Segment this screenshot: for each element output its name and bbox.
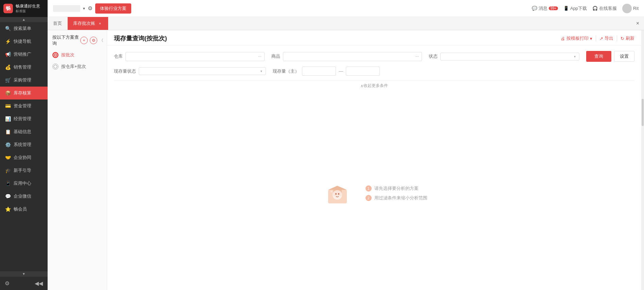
svg-point-9 [331,191,333,193]
breadcrumb [53,5,80,12]
sidebar-item-apps[interactable]: 📱 应用中心 [0,177,48,190]
empty-tips: 1 请先选择要分析的方案 2 用过滤条件来缩小分析范围 [366,185,427,201]
empty-illustration [321,176,355,210]
refresh-button[interactable]: ↻ 刷新 [617,35,634,41]
inventory-qty-max-input[interactable] [346,67,380,76]
svg-point-8 [338,193,339,195]
sidebar-item-operations[interactable]: 📊 经营管理 [0,112,48,125]
filter-header-label: 按以下方案查询 [52,34,80,47]
collapse-sidebar-icon[interactable]: ◀◀ [35,280,43,287]
status-select[interactable]: ▾ [440,53,579,60]
export-icon: ↗ [599,36,603,41]
svg-point-1 [55,54,56,56]
tab-home[interactable]: 首页 [48,17,68,30]
message-badge: 99+ [549,6,558,10]
warehouse-action-icon[interactable]: ··· [255,54,264,59]
sidebar-item-purchase[interactable]: 🛒 采购管理 [0,74,48,87]
sidebar-item-guide[interactable]: 🎓 新手引导 [0,164,48,177]
experience-button[interactable]: 体验行业方案 [95,3,131,14]
warehouse-batch-icon [52,64,58,70]
print-dropdown-icon[interactable]: ▾ [590,36,592,41]
topbar-right: 💬 消息 99+ 📱 App下载 🎧 在线客服 Rit [532,4,639,13]
export-button[interactable]: ↗ 导出 [596,35,613,41]
sidebar-item-label: 销售管理 [14,64,31,70]
svg-marker-4 [328,186,347,190]
svg-point-2 [54,65,57,68]
collapse-bar[interactable]: ∧ 收起更多条件 [114,80,634,91]
sidebar-item-search[interactable]: 🔍 搜索菜单 [0,22,48,35]
inventory-status-label: 现存量状态 [114,68,136,74]
filter-gear-button[interactable]: ⚙ [90,37,97,44]
sales-icon: 💰 [5,64,11,70]
avatar [622,4,632,13]
sidebar-item-shortcut[interactable]: ⚡ 快捷导航 [0,35,48,48]
filter-item-warehouse-batch[interactable]: 按仓库+批次 [48,61,107,72]
sidebar-scroll-up[interactable]: ▲ [0,17,48,22]
sidebar-item-label: 搜索菜单 [14,25,31,32]
sidebar-item-member[interactable]: ⭐ 畅会员 [0,203,48,216]
filter-item-batch-label: 按批次 [61,52,74,58]
app-info: 畅康通好生意 标准版 [16,3,40,14]
left-panel: 按以下方案查询 + ⚙ 《 按批次 [48,30,107,290]
shortcut-icon: ⚡ [5,38,11,44]
panel-close-button[interactable]: × [631,20,644,26]
svg-point-7 [335,193,337,195]
sidebar-scroll-down[interactable]: ▼ [0,271,48,276]
product-action-icon[interactable]: ··· [413,54,422,59]
topbar: ▾ ⚙ 体验行业方案 💬 消息 99+ 📱 App下载 🎧 在线客服 Rit [48,0,644,17]
app-logo: 畅 [3,4,13,13]
service-icon: 🎧 [592,6,598,11]
sidebar-item-label: 企业协同 [14,155,31,161]
inventory-status-select[interactable]: ▾ [139,67,266,75]
messages-button[interactable]: 💬 消息 99+ [532,5,558,12]
filter-collapse-button[interactable]: 《 [99,38,103,43]
topbar-settings-icon[interactable]: ⚙ [88,5,92,12]
sidebar-item-base[interactable]: 📋 基础信息 [0,125,48,138]
tab-inventory-batch[interactable]: 库存批次账 × [68,17,108,30]
query-button[interactable]: 查询 [586,51,611,62]
member-icon: ⭐ [5,206,11,212]
message-icon: 💬 [532,6,537,11]
inventory-qty-min-input[interactable] [302,67,336,76]
refresh-icon: ↻ [621,36,624,41]
product-label: 商品 [271,53,280,59]
product-input[interactable] [283,52,413,61]
sidebar-item-finance[interactable]: 💳 资金管理 [0,99,48,112]
sidebar-item-label: 企业微信 [14,193,31,199]
user-menu[interactable]: Rit [622,4,639,13]
sidebar-item-system[interactable]: ⚙️ 系统管理 [0,138,48,151]
inventory-status-field: 现存量状态 ▾ [114,67,266,75]
sidebar-item-label: 资金管理 [14,103,31,109]
empty-tip-1: 1 请先选择要分析的方案 [366,185,427,192]
empty-state: 1 请先选择要分析的方案 2 用过滤条件来缩小分析范围 [107,96,641,290]
print-label: 按模板打印 [566,35,589,41]
sidebar-item-marketing[interactable]: 📢 营销推广 [0,48,48,61]
search-icon: 🔍 [5,25,11,32]
sidebar-item-inventory[interactable]: 📦 库存核算 [0,87,48,99]
sidebar-item-wechat[interactable]: 💬 企业微信 [0,190,48,203]
print-button[interactable]: 🖨 按模板打印 ▾ [561,35,592,41]
settings-button[interactable]: 设置 [614,51,634,62]
right-scrollbar[interactable] [641,30,644,290]
tab-close-button[interactable]: × [97,21,103,26]
sidebar-item-sales[interactable]: 💰 销售管理 [0,61,48,74]
status-label: 状态 [429,53,438,59]
app-download-button[interactable]: 📱 App下载 [563,5,587,12]
filter-header: 按以下方案查询 + ⚙ 《 [48,34,107,49]
sidebar-item-label: 经营管理 [14,116,31,122]
warehouse-input[interactable] [126,52,255,61]
sidebar-header: 畅 畅康通好生意 标准版 [0,0,48,17]
online-service-button[interactable]: 🎧 在线客服 [592,5,617,12]
main-area: ▾ ⚙ 体验行业方案 💬 消息 99+ 📱 App下载 🎧 在线客服 Rit [48,0,644,290]
settings-footer-icon[interactable]: ⚙ [5,280,10,287]
filter-add-button[interactable]: + [80,37,88,44]
filter-item-batch[interactable]: 按批次 [48,49,107,61]
breadcrumb-dropdown[interactable]: ▾ [83,6,85,11]
sidebar-item-enterprise[interactable]: 🤝 企业协同 [0,151,48,164]
inventory-status-arrow: ▾ [260,69,262,73]
tabs-bar: 首页 库存批次账 × × [48,17,644,30]
tab-home-label: 首页 [53,20,62,26]
empty-tip-2: 2 用过滤条件来缩小分析范围 [366,195,427,201]
sidebar-item-label: 畅会员 [14,206,27,212]
sidebar-footer: ⚙ ◀◀ [0,276,48,290]
